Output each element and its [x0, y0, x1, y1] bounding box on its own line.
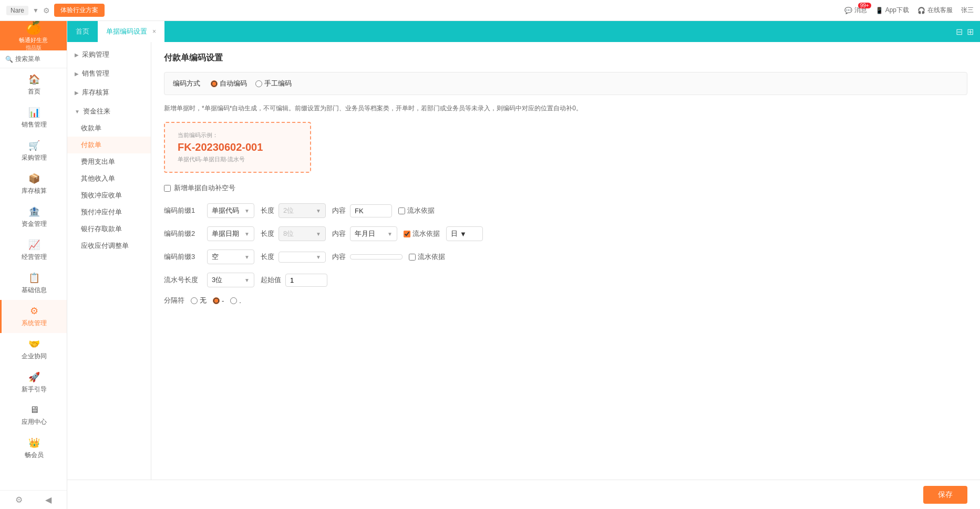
- encoding-method-label: 编码方式: [173, 79, 200, 88]
- content-1-input[interactable]: FK: [350, 204, 392, 217]
- serial-basis-3[interactable]: 流水依据: [409, 252, 445, 262]
- header-right: 💬 消息 99+ 📱 App下载 🎧 在线客服 张三: [844, 6, 974, 15]
- serial-length-label: 流水号长度: [164, 275, 201, 285]
- length-3-select[interactable]: ▼: [278, 252, 326, 263]
- app-download-button[interactable]: 📱 App下载: [875, 6, 909, 15]
- serial-checkbox-1[interactable]: [398, 207, 405, 214]
- length-3-arrow-icon: ▼: [316, 254, 321, 260]
- serial-unit-select[interactable]: 日 ▼: [446, 226, 483, 241]
- search-menu[interactable]: 🔍 搜索菜单: [0, 50, 67, 68]
- manual-encode-option[interactable]: 手工编码: [255, 79, 292, 88]
- operation-icon: 📈: [28, 239, 40, 251]
- encoding-method-section: 编码方式 自动编码 手工编码: [164, 72, 967, 95]
- sidebar-item-home[interactable]: 🏠 首页: [0, 68, 67, 101]
- tab-current[interactable]: 单据编码设置 ×: [98, 21, 164, 42]
- tab-maximize-icon[interactable]: ⊞: [967, 27, 974, 37]
- prefix-2-select[interactable]: 单据日期 ▼: [207, 226, 254, 241]
- prefix-1-arrow-icon: ▼: [244, 208, 250, 214]
- encoding-radio-group: 自动编码 手工编码: [211, 79, 292, 88]
- sidebar-collapse-icon[interactable]: ◀: [45, 495, 51, 505]
- serial-length-select[interactable]: 3位 ▼: [207, 273, 254, 287]
- sidebar-item-operation[interactable]: 📈 经营管理: [0, 234, 67, 267]
- dropdown-arrow[interactable]: ▼: [33, 7, 39, 14]
- user-info[interactable]: 张三: [961, 6, 974, 15]
- top-header: Nare ▼ ⚙ 体验行业方案 💬 消息 99+ 📱 App下载 🎧 在线客服 …: [0, 0, 980, 21]
- manual-encode-radio[interactable]: [255, 80, 262, 87]
- content-2-select[interactable]: 年月日 ▼: [350, 226, 397, 241]
- sub-menu-item-receipt[interactable]: 收款单: [67, 120, 151, 137]
- length-2-select[interactable]: 8位 ▼: [278, 226, 326, 241]
- sub-menu-item-payment[interactable]: 付款单: [67, 137, 151, 153]
- separator-none-radio[interactable]: [191, 297, 198, 304]
- sidebar-item-apps[interactable]: 🖥 应用中心: [0, 399, 67, 432]
- prefix-3-select[interactable]: 空 ▼: [207, 250, 254, 264]
- start-value-label: 起始值: [261, 275, 281, 285]
- sidebar-item-purchase[interactable]: 🛒 采购管理: [0, 134, 67, 168]
- trial-button[interactable]: 体验行业方案: [54, 4, 105, 17]
- settings-icon[interactable]: ⚙: [43, 6, 50, 15]
- sub-menu-purchase[interactable]: ▶ 采购管理: [67, 46, 151, 63]
- sidebar-item-guide[interactable]: 🚀 新手引导: [0, 366, 67, 399]
- info-text: 新增单据时，*单据编码*自动生成，不可编辑。前缀设置为部门、业务员等档案类，开单…: [164, 103, 967, 113]
- separator-dot-radio[interactable]: [230, 297, 237, 304]
- content-2-arrow-icon: ▼: [387, 231, 393, 237]
- tab-bar: 首页 单据编码设置 × ⊟ ⊞: [67, 21, 980, 42]
- online-service-button[interactable]: 🎧 在线客服: [917, 6, 953, 15]
- message-button[interactable]: 💬 消息 99+: [844, 6, 867, 15]
- length-1-arrow-icon: ▼: [316, 208, 321, 214]
- sidebar-item-inventory[interactable]: 📦 库存核算: [0, 168, 67, 201]
- code-preview-value: FK-20230602-001: [178, 141, 297, 153]
- sub-menu-item-pre-receipt[interactable]: 预收冲应收单: [67, 187, 151, 204]
- auto-fill-checkbox[interactable]: [164, 185, 171, 192]
- sidebar-item-finance[interactable]: 🏦 资金管理: [0, 201, 67, 234]
- serial-basis-2[interactable]: 流水依据: [404, 229, 440, 238]
- sub-menu-item-other-income[interactable]: 其他收入单: [67, 170, 151, 187]
- serial-basis-1[interactable]: 流水依据: [398, 206, 435, 215]
- content-3-input[interactable]: [350, 254, 403, 259]
- auto-encode-option[interactable]: 自动编码: [211, 79, 247, 88]
- tab-close-icon[interactable]: ×: [152, 28, 156, 35]
- tab-bar-actions: ⊟ ⊞: [950, 27, 980, 37]
- serial-checkbox-3[interactable]: [409, 254, 416, 261]
- serial-length-row: 流水号长度 3位 ▼ 起始值: [164, 273, 967, 287]
- logo-text: 畅通好生意: [19, 36, 48, 44]
- inventory-icon: 📦: [28, 173, 40, 184]
- sidebar-item-system[interactable]: ⚙ 系统管理: [0, 300, 67, 333]
- code-preview-box: 当前编码示例： FK-20230602-001 单据代码-单据日期-流水号: [164, 122, 311, 173]
- arrow-capital-icon: ▼: [75, 109, 80, 115]
- separator-dash-radio[interactable]: [213, 297, 220, 304]
- prefix-1-select[interactable]: 单据代码 ▼: [207, 203, 254, 218]
- sidebar-item-enterprise[interactable]: 🤝 企业协同: [0, 333, 67, 366]
- start-value-input[interactable]: [285, 274, 327, 287]
- company-name[interactable]: Nare: [6, 6, 28, 15]
- serial-checkbox-2[interactable]: [404, 231, 410, 237]
- sidebar-settings-icon[interactable]: ⚙: [15, 495, 23, 505]
- length-1-select[interactable]: 2位 ▼: [278, 203, 326, 218]
- sub-menu-inventory[interactable]: ▶ 库存核算: [67, 84, 151, 101]
- separator-row: 分隔符 无 - .: [164, 296, 967, 305]
- page-content: ▶ 采购管理 ▶ 销售管理 ▶ 库存核算: [67, 42, 980, 480]
- sidebar-item-member[interactable]: 👑 畅会员: [0, 432, 67, 465]
- sub-menu-item-pre-payment[interactable]: 预付冲应付单: [67, 204, 151, 221]
- sub-menu-item-adjust[interactable]: 应收应付调整单: [67, 237, 151, 254]
- save-button[interactable]: 保存: [923, 486, 967, 504]
- sub-menu-capital[interactable]: ▼ 资金往来: [67, 103, 151, 120]
- auto-encode-radio[interactable]: [211, 80, 218, 87]
- sub-menu-sales[interactable]: ▶ 销售管理: [67, 65, 151, 82]
- prefix-2-label: 编码前缀2: [164, 229, 201, 238]
- sidebar-item-basic[interactable]: 📋 基础信息: [0, 267, 67, 300]
- separator-dash-option[interactable]: -: [213, 297, 224, 305]
- main-content: 付款单编码设置 编码方式 自动编码 手工编码: [151, 42, 980, 480]
- prefix-2-arrow-icon: ▼: [244, 231, 250, 237]
- separator-none-option[interactable]: 无: [191, 296, 207, 305]
- separator-dot-option[interactable]: .: [230, 297, 241, 305]
- sub-menu-group-capital: ▼ 资金往来 收款单 付款单 费用支出单 其他收入单 预收冲应收单 预付冲应付单…: [67, 103, 151, 254]
- tab-home[interactable]: 首页: [67, 21, 98, 42]
- sub-menu-item-bank[interactable]: 银行存取款单: [67, 221, 151, 237]
- prefix-row-2: 编码前缀2 单据日期 ▼ 长度 8位 ▼ 内容: [164, 226, 967, 241]
- tab-minimize-icon[interactable]: ⊟: [956, 27, 963, 37]
- sub-menu-item-expense[interactable]: 费用支出单: [67, 153, 151, 170]
- sidebar-item-sales[interactable]: 📊 销售管理: [0, 101, 67, 134]
- serial-unit-arrow-icon: ▼: [460, 230, 467, 238]
- sub-menu-group-purchase: ▶ 采购管理: [67, 46, 151, 63]
